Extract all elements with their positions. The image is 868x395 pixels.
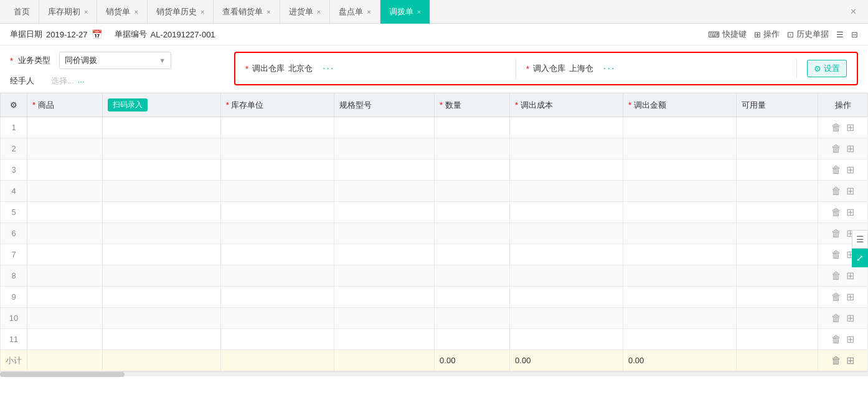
- tab-sales-order[interactable]: 销货单 ×: [97, 0, 147, 24]
- quantity-cell[interactable]: [435, 117, 510, 138]
- spec-cell[interactable]: [334, 244, 435, 265]
- spec-cell[interactable]: [334, 159, 435, 181]
- delete-icon[interactable]: 🗑: [831, 270, 841, 281]
- delete-icon[interactable]: 🗑: [831, 122, 841, 133]
- product-cell[interactable]: [27, 265, 103, 287]
- delete-icon[interactable]: 🗑: [831, 228, 841, 239]
- cost-cell[interactable]: [510, 159, 623, 181]
- history-button[interactable]: ⊡ 历史单据: [787, 29, 829, 40]
- cost-cell[interactable]: [510, 117, 623, 138]
- close-icon[interactable]: ×: [367, 8, 370, 16]
- unit-cell[interactable]: [220, 181, 334, 202]
- copy-icon[interactable]: ⊞: [846, 207, 854, 217]
- quantity-cell[interactable]: [435, 329, 510, 350]
- close-icon[interactable]: ×: [134, 8, 138, 16]
- copy-icon[interactable]: ⊞: [846, 122, 854, 133]
- amount-cell[interactable]: [623, 138, 736, 159]
- delete-icon[interactable]: 🗑: [831, 249, 841, 260]
- amount-cell[interactable]: [623, 244, 736, 265]
- spec-cell[interactable]: [334, 223, 435, 244]
- quantity-cell[interactable]: [435, 202, 510, 223]
- delete-icon[interactable]: 🗑: [831, 143, 841, 154]
- copy-icon[interactable]: ⊞: [846, 164, 854, 175]
- product-cell[interactable]: [27, 287, 103, 308]
- close-icon[interactable]: ×: [267, 8, 270, 16]
- unit-cell[interactable]: [220, 159, 334, 181]
- cost-cell[interactable]: [510, 329, 623, 350]
- delete-icon[interactable]: 🗑: [831, 334, 841, 345]
- cost-cell[interactable]: [510, 138, 623, 159]
- close-icon[interactable]: ×: [200, 8, 204, 16]
- quantity-cell[interactable]: [435, 244, 510, 265]
- tab-home[interactable]: 首页: [5, 0, 39, 24]
- copy-icon[interactable]: ⊞: [846, 186, 854, 196]
- expand-button[interactable]: ⤢: [852, 249, 868, 267]
- business-type-select[interactable]: 同价调拨 ▼: [59, 52, 171, 69]
- spec-cell[interactable]: [334, 308, 435, 329]
- delete-icon[interactable]: 🗑: [831, 186, 841, 196]
- cost-cell[interactable]: [510, 181, 623, 202]
- horizontal-scrollbar[interactable]: [0, 371, 868, 376]
- amount-cell[interactable]: [623, 181, 736, 202]
- more-icon[interactable]: ···: [78, 77, 85, 86]
- spec-cell[interactable]: [334, 287, 435, 308]
- amount-cell[interactable]: [623, 159, 736, 181]
- spec-cell[interactable]: [334, 117, 435, 138]
- unit-cell[interactable]: [220, 287, 334, 308]
- subtotal-delete-icon[interactable]: 🗑: [831, 355, 841, 366]
- person-select[interactable]: 选择... ···: [51, 75, 85, 87]
- copy-icon[interactable]: ⊞: [846, 143, 854, 154]
- close-icon[interactable]: ×: [317, 8, 321, 16]
- copy-icon[interactable]: ⊞: [846, 313, 854, 323]
- operations-button[interactable]: ⊞ 操作: [754, 29, 780, 40]
- gear-column-header[interactable]: ⚙: [1, 93, 27, 117]
- delete-icon[interactable]: 🗑: [831, 313, 841, 323]
- amount-cell[interactable]: [623, 329, 736, 350]
- quantity-cell[interactable]: [435, 181, 510, 202]
- unit-cell[interactable]: [220, 223, 334, 244]
- shortcuts-button[interactable]: ⌨ 快捷键: [708, 29, 747, 40]
- delete-icon[interactable]: 🗑: [831, 292, 841, 302]
- unit-cell[interactable]: [220, 244, 334, 265]
- list-view-button[interactable]: ☰: [852, 230, 868, 249]
- unit-cell[interactable]: [220, 308, 334, 329]
- spec-cell[interactable]: [334, 181, 435, 202]
- scan-button[interactable]: 扫码录入: [108, 98, 148, 112]
- tab-view-sales[interactable]: 查看销货单 ×: [214, 0, 280, 24]
- cost-cell[interactable]: [510, 308, 623, 329]
- quantity-cell[interactable]: [435, 159, 510, 181]
- product-cell[interactable]: [27, 308, 103, 329]
- spec-cell[interactable]: [334, 265, 435, 287]
- amount-cell[interactable]: [623, 223, 736, 244]
- warehouse-out-more-icon[interactable]: ···: [323, 63, 334, 74]
- unit-cell[interactable]: [220, 202, 334, 223]
- tab-inventory-check[interactable]: 盘点单 ×: [330, 0, 380, 24]
- tab-sales-history[interactable]: 销货单历史 ×: [148, 0, 214, 24]
- subtotal-copy-icon[interactable]: ⊞: [846, 355, 854, 366]
- product-cell[interactable]: [27, 202, 103, 223]
- product-cell[interactable]: [27, 138, 103, 159]
- cost-cell[interactable]: [510, 223, 623, 244]
- quantity-cell[interactable]: [435, 287, 510, 308]
- scrollbar-thumb[interactable]: [0, 372, 125, 377]
- quantity-cell[interactable]: [435, 138, 510, 159]
- delete-icon[interactable]: 🗑: [831, 207, 841, 217]
- layout-icon-1[interactable]: ☰: [836, 30, 844, 39]
- spec-cell[interactable]: [334, 138, 435, 159]
- product-cell[interactable]: [27, 159, 103, 181]
- amount-cell[interactable]: [623, 202, 736, 223]
- delete-icon[interactable]: 🗑: [831, 164, 841, 175]
- amount-cell[interactable]: [623, 287, 736, 308]
- copy-icon[interactable]: ⊞: [846, 334, 854, 345]
- product-cell[interactable]: [27, 117, 103, 138]
- tab-purchase-order[interactable]: 进货单 ×: [280, 0, 330, 24]
- product-cell[interactable]: [27, 244, 103, 265]
- copy-icon[interactable]: ⊞: [846, 292, 854, 302]
- quantity-cell[interactable]: [435, 308, 510, 329]
- copy-icon[interactable]: ⊞: [846, 270, 854, 281]
- cost-cell[interactable]: [510, 202, 623, 223]
- amount-cell[interactable]: [623, 265, 736, 287]
- cost-cell[interactable]: [510, 287, 623, 308]
- tab-initial-inventory[interactable]: 库存期初 ×: [39, 0, 97, 24]
- calendar-icon[interactable]: 📅: [92, 29, 102, 39]
